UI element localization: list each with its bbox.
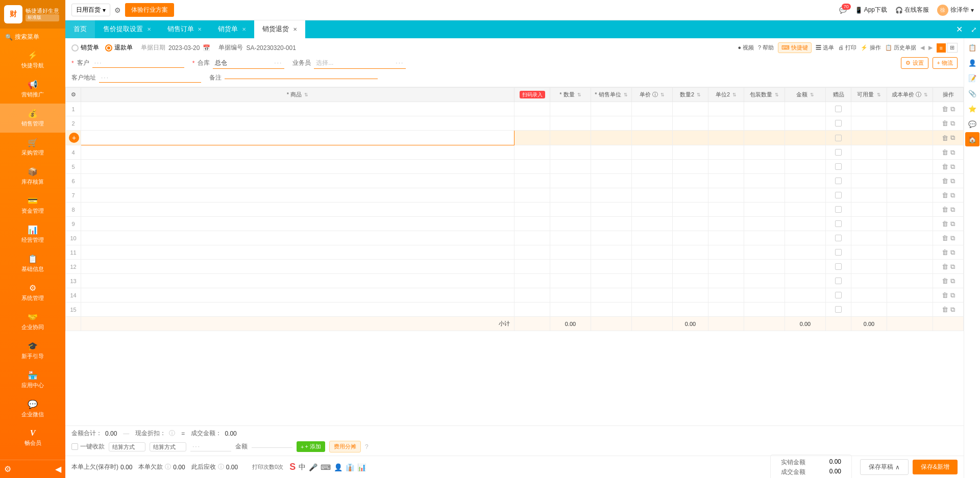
tab-sales-order[interactable]: 销售订单 ✕ — [159, 20, 210, 38]
sidebar-item-operations[interactable]: 📊 经营管理 — [0, 220, 65, 249]
save-draft-btn[interactable]: 保存草稿 ∧ — [860, 459, 909, 475]
delete-icon[interactable]: 🗑 — [942, 148, 948, 156]
th-amount[interactable]: 金额 ⇅ — [785, 88, 826, 102]
radio-sales[interactable]: 销货单 — [71, 43, 99, 52]
industry-select[interactable]: 日用百货 ▾ — [71, 4, 110, 16]
user-menu[interactable]: 徐 徐泽华 ▾ — [937, 5, 974, 16]
copy-icon[interactable]: ⧉ — [950, 148, 955, 157]
delete-icon[interactable]: 🗑 — [942, 191, 948, 199]
sidebar-item-finance[interactable]: 💳 资金管理 — [0, 191, 65, 220]
list-view-btn[interactable]: ≡ — [937, 43, 946, 53]
history-btn[interactable]: 📋 历史单据 — [885, 44, 916, 52]
note-input[interactable] — [225, 77, 378, 79]
print-btn[interactable]: 🖨 打印 — [838, 44, 856, 52]
th-price[interactable]: 单价 ⓘ ⇅ — [632, 88, 673, 102]
copy-icon[interactable]: ⧉ — [950, 306, 955, 314]
copy-icon[interactable]: ⧉ — [950, 234, 955, 242]
sidebar-item-marketing[interactable]: 📢 营销推广 — [0, 74, 65, 104]
add-row-btn[interactable]: + — [69, 133, 79, 143]
delete-icon[interactable]: 🗑 — [942, 134, 948, 142]
sidebar-item-weixin[interactable]: 💬 企业微信 — [0, 394, 65, 423]
topbar-gear-icon[interactable]: ⚙ — [114, 6, 121, 14]
next-record-icon[interactable]: ▶ — [928, 44, 933, 51]
sidebar-item-shortcut[interactable]: ⚡ 快捷导航 — [0, 45, 65, 74]
message-btn[interactable]: 💬 70 — [839, 7, 847, 14]
settlement-select[interactable]: 结算方式 — [109, 442, 145, 451]
delete-icon[interactable]: 🗑 — [942, 177, 948, 185]
settings-icon[interactable]: ⚙ — [4, 464, 11, 474]
online-service-btn[interactable]: 🎧 在线客服 — [895, 6, 929, 14]
delete-icon[interactable]: 🗑 — [942, 220, 948, 228]
account-input[interactable]: ··· — [190, 442, 231, 451]
calculation-select[interactable]: 结算方式 — [150, 442, 186, 451]
goods-input-active[interactable] — [84, 135, 511, 141]
copy-icon[interactable]: ⧉ — [950, 119, 955, 128]
th-goods[interactable]: * 商品 ⇅ — [81, 88, 514, 102]
grid-view-btn[interactable]: ⊞ — [947, 43, 958, 53]
fypj-help-icon[interactable]: ? — [365, 443, 369, 450]
copy-icon[interactable]: ⧉ — [950, 177, 955, 185]
tab-sales[interactable]: 销货单 ✕ — [210, 20, 254, 38]
rp-clipboard-icon[interactable]: 📋 — [965, 40, 979, 55]
sidebar-item-appstore[interactable]: 🏪 应用中心 — [0, 365, 65, 394]
select-btn[interactable]: ☰ 选单 — [816, 44, 834, 52]
scan-btn[interactable]: 扫码录入 — [520, 91, 545, 98]
add-payment-btn[interactable]: + + 添加 — [297, 441, 325, 452]
copy-icon[interactable]: ⧉ — [950, 134, 955, 142]
sidebar-item-member[interactable]: V 畅会员 — [0, 423, 65, 452]
radio-return[interactable]: 退款单 — [105, 43, 133, 52]
prev-record-icon[interactable]: ◀ — [920, 44, 924, 51]
sidebar-item-newguide[interactable]: 🎓 新手引导 — [0, 336, 65, 365]
address-input[interactable]: ··· — [99, 73, 201, 83]
save-new-btn[interactable]: 保存&新增 — [913, 460, 958, 474]
sidebar-item-enterprise[interactable]: 🤝 企业协同 — [0, 307, 65, 336]
delete-icon[interactable]: 🗑 — [942, 206, 948, 213]
operate-btn[interactable]: ⚡ 操作 — [861, 44, 880, 52]
sidebar-item-purchase[interactable]: 🛒 采购管理 — [0, 133, 65, 162]
one-click-checkbox[interactable]: 一键收款 — [71, 442, 105, 451]
copy-icon[interactable]: ⧉ — [950, 220, 955, 228]
goods-cell-active[interactable] — [81, 131, 514, 145]
goods-cell[interactable] — [81, 116, 514, 131]
shortcut-key-btn[interactable]: ⌨ 快捷键 — [778, 42, 812, 53]
delete-icon[interactable]: 🗑 — [942, 105, 948, 113]
th-qty2[interactable]: 数量2 ⇅ — [673, 88, 708, 102]
tab-home[interactable]: 首页 — [65, 20, 95, 38]
sidebar-search[interactable]: 🔍 搜索菜单 — [0, 29, 65, 45]
th-pkgqty[interactable]: 包装数量 ⇅ — [744, 88, 785, 102]
video-btn[interactable]: ● 视频 — [738, 44, 754, 52]
goods-cell[interactable] — [81, 102, 514, 116]
copy-icon[interactable]: ⧉ — [950, 206, 955, 214]
th-qty[interactable]: * 数量 ⇅ — [550, 88, 591, 102]
delete-icon[interactable]: 🗑 — [942, 291, 948, 299]
setting-btn[interactable]: ⚙ 设置 — [901, 57, 928, 69]
rp-star-icon[interactable]: ⭐ — [965, 102, 979, 116]
delete-icon[interactable]: 🗑 — [942, 163, 948, 170]
copy-icon[interactable]: ⧉ — [950, 263, 955, 271]
delete-icon[interactable]: 🗑 — [942, 119, 948, 127]
rp-user-icon[interactable]: 👤 — [965, 56, 979, 70]
copy-icon[interactable]: ⧉ — [950, 163, 955, 171]
rp-attach-icon[interactable]: 📎 — [965, 86, 979, 100]
tab-sales-return[interactable]: 销货退货 ✕ — [254, 20, 305, 38]
th-unit[interactable]: * 销售单位 ⇅ — [591, 88, 632, 102]
tab-close-sales[interactable]: ✕ — [242, 27, 246, 32]
calendar-icon[interactable]: 📅 — [203, 44, 210, 52]
collapse-icon[interactable]: ◀ — [55, 464, 61, 474]
th-setting[interactable]: ⚙ — [66, 88, 81, 102]
amount-input[interactable] — [252, 445, 292, 448]
delete-icon[interactable]: 🗑 — [942, 234, 948, 242]
copy-icon[interactable]: ⧉ — [950, 248, 955, 257]
staff-input[interactable]: 选择... ··· — [314, 58, 406, 69]
cost-split-btn[interactable]: 费用分摊 — [329, 441, 361, 452]
th-unit2[interactable]: 单位2 ⇅ — [708, 88, 744, 102]
keyboard-icon[interactable]: ⌨ — [321, 463, 331, 471]
copy-icon[interactable]: ⧉ — [950, 291, 955, 299]
sidebar-item-basic[interactable]: 📋 基础信息 — [0, 249, 65, 278]
delete-icon[interactable]: 🗑 — [942, 277, 948, 285]
customer-input[interactable]: ··· — [92, 58, 184, 68]
help-btn[interactable]: ? 帮助 — [758, 44, 774, 52]
sidebar-item-inventory[interactable]: 📦 库存核算 — [0, 162, 65, 191]
delete-icon[interactable]: 🗑 — [942, 263, 948, 270]
th-cost[interactable]: 成本单价 ⓘ ⇅ — [887, 88, 933, 102]
